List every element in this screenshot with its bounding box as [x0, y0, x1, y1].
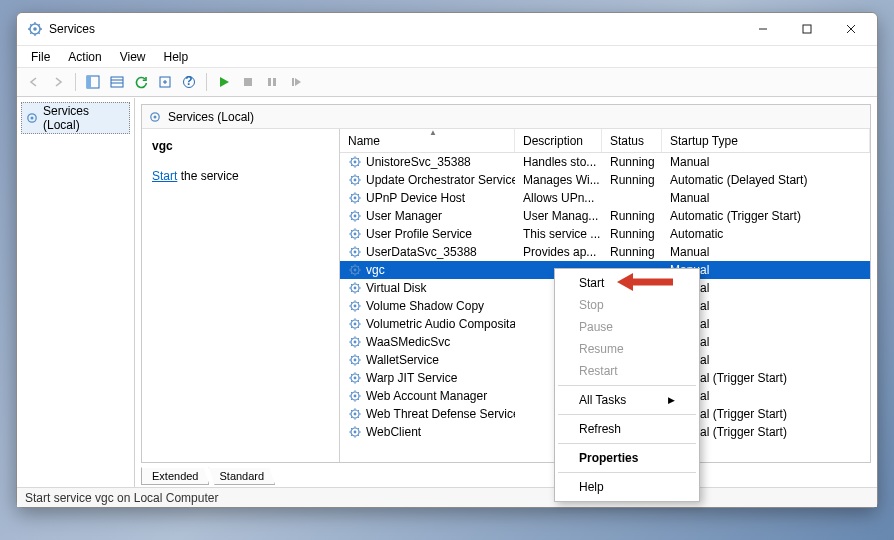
tab-standard[interactable]: Standard: [208, 467, 275, 485]
svg-rect-14: [244, 78, 252, 86]
context-menu-separator: [558, 385, 696, 386]
svg-rect-17: [292, 78, 294, 86]
service-row[interactable]: UserDataSvc_35388Provides ap...RunningMa…: [340, 243, 870, 261]
maximize-button[interactable]: [785, 15, 829, 43]
svg-rect-16: [273, 78, 276, 86]
cell-name: Volumetric Audio Composita: [340, 317, 515, 331]
window-title: Services: [49, 22, 741, 36]
main-panel-title: Services (Local): [168, 110, 254, 124]
context-menu-separator: [558, 443, 696, 444]
context-menu-help[interactable]: Help: [557, 476, 697, 498]
service-row[interactable]: UPnP Device HostAllows UPn...Manual: [340, 189, 870, 207]
detail-action-suffix: the service: [177, 169, 238, 183]
svg-rect-15: [268, 78, 271, 86]
cell-startup: Manual: [662, 155, 870, 169]
svg-point-37: [354, 287, 357, 290]
context-menu-stop: Stop: [557, 294, 697, 316]
context-menu-resume: Resume: [557, 338, 697, 360]
svg-point-25: [354, 179, 357, 182]
menubar: File Action View Help: [17, 45, 877, 67]
toolbar-details[interactable]: [106, 71, 128, 93]
svg-point-23: [354, 161, 357, 164]
cell-name: Update Orchestrator Service: [340, 173, 515, 187]
tree-pane[interactable]: Services (Local): [17, 98, 135, 487]
svg-rect-7: [87, 76, 91, 88]
cell-description: Manages Wi...: [515, 173, 602, 187]
menu-file[interactable]: File: [23, 48, 58, 66]
cell-description: User Manag...: [515, 209, 602, 223]
toolbar-start-service[interactable]: [213, 71, 235, 93]
cell-status: Running: [602, 227, 662, 241]
toolbar: ?: [17, 67, 877, 97]
menu-action[interactable]: Action: [60, 48, 109, 66]
service-row[interactable]: UnistoreSvc_35388Handles sto...RunningMa…: [340, 153, 870, 171]
cell-startup: Automatic (Delayed Start): [662, 173, 870, 187]
services-app-icon: [27, 21, 43, 37]
context-menu-restart: Restart: [557, 360, 697, 382]
titlebar[interactable]: Services: [17, 13, 877, 45]
services-icon: [25, 111, 39, 125]
context-menu-properties[interactable]: Properties: [557, 447, 697, 469]
svg-point-53: [354, 431, 357, 434]
cell-startup: Manual: [662, 191, 870, 205]
minimize-button[interactable]: [741, 15, 785, 43]
cell-status: Running: [602, 209, 662, 223]
service-context-menu[interactable]: StartStopPauseResumeRestartAll Tasks▶Ref…: [554, 268, 700, 502]
toolbar-stop-service: [237, 71, 259, 93]
toolbar-back: [23, 71, 45, 93]
detail-action-line: Start the service: [152, 169, 329, 183]
context-menu-refresh[interactable]: Refresh: [557, 418, 697, 440]
toolbar-export[interactable]: [154, 71, 176, 93]
service-row[interactable]: User Profile ServiceThis service ...Runn…: [340, 225, 870, 243]
svg-point-41: [354, 323, 357, 326]
cell-name: WebClient: [340, 425, 515, 439]
cell-status: Running: [602, 245, 662, 259]
tree-root-node[interactable]: Services (Local): [21, 102, 130, 134]
cell-name: UserDataSvc_35388: [340, 245, 515, 259]
cell-description: Provides ap...: [515, 245, 602, 259]
menu-help[interactable]: Help: [156, 48, 197, 66]
service-row[interactable]: User ManagerUser Manag...RunningAutomati…: [340, 207, 870, 225]
svg-point-43: [354, 341, 357, 344]
svg-rect-3: [803, 25, 811, 33]
svg-point-19: [31, 117, 34, 120]
main-panel: Services (Local) vgc Start the service N…: [141, 104, 871, 463]
context-menu-all-tasks[interactable]: All Tasks▶: [557, 389, 697, 411]
col-description[interactable]: Description: [515, 129, 602, 152]
col-name[interactable]: Name▲: [340, 129, 515, 152]
status-bar: Start service vgc on Local Computer: [17, 487, 877, 507]
toolbar-help[interactable]: ?: [178, 71, 200, 93]
col-status[interactable]: Status: [602, 129, 662, 152]
toolbar-show-hide-tree[interactable]: [82, 71, 104, 93]
close-button[interactable]: [829, 15, 873, 43]
cell-startup: Automatic (Trigger Start): [662, 209, 870, 223]
body-split: Services (Local) Services (Local) vgc St…: [17, 97, 877, 487]
cell-description: This service ...: [515, 227, 602, 241]
service-row[interactable]: Update Orchestrator ServiceManages Wi...…: [340, 171, 870, 189]
tab-extended[interactable]: Extended: [141, 467, 209, 485]
services-window: Services File Action View Help ? Service…: [16, 12, 878, 508]
cell-name: WaaSMedicSvc: [340, 335, 515, 349]
svg-point-27: [354, 197, 357, 200]
column-headers: Name▲ Description Status Startup Type: [340, 129, 870, 153]
context-menu-separator: [558, 472, 696, 473]
view-tabs: Extended Standard: [141, 463, 871, 485]
col-startup-type[interactable]: Startup Type: [662, 129, 870, 152]
context-menu-pause: Pause: [557, 316, 697, 338]
cell-name: Warp JIT Service: [340, 371, 515, 385]
sort-asc-icon: ▲: [429, 129, 437, 137]
cell-name: Web Account Manager: [340, 389, 515, 403]
cell-startup: Automatic: [662, 227, 870, 241]
cell-name: vgc: [340, 263, 515, 277]
cell-name: WalletService: [340, 353, 515, 367]
toolbar-refresh[interactable]: [130, 71, 152, 93]
cell-name: User Profile Service: [340, 227, 515, 241]
toolbar-pause-service: [261, 71, 283, 93]
toolbar-restart-service: [285, 71, 307, 93]
cell-name: UnistoreSvc_35388: [340, 155, 515, 169]
status-text: Start service vgc on Local Computer: [25, 491, 218, 505]
services-icon: [148, 110, 162, 124]
start-service-link[interactable]: Start: [152, 169, 177, 183]
toolbar-separator: [75, 73, 76, 91]
menu-view[interactable]: View: [112, 48, 154, 66]
